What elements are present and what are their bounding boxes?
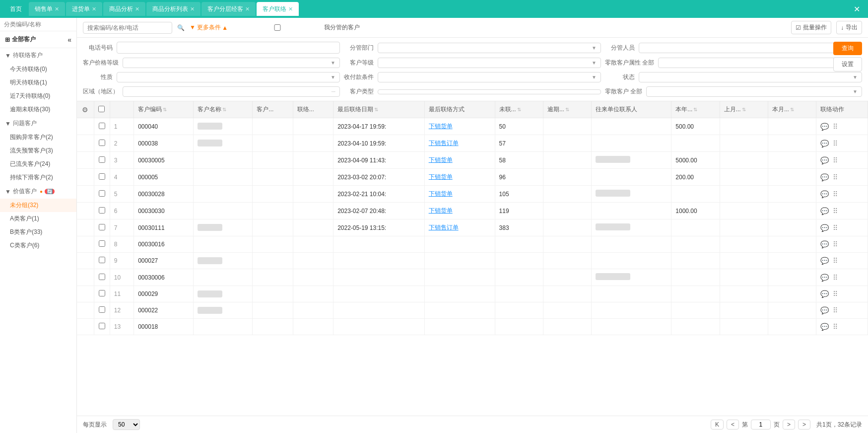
action-grid-icon[interactable]: ⠿ xyxy=(833,274,838,282)
nav-tab-customer-seg-close[interactable]: ✕ xyxy=(245,6,250,12)
filter-nature-select[interactable]: ▼ xyxy=(117,72,340,82)
nav-tab-analysis-list-close[interactable]: ✕ xyxy=(190,6,195,12)
row-checkbox[interactable] xyxy=(99,156,105,163)
section-pending-contact[interactable]: ▼ 待联络客户 xyxy=(0,48,76,63)
row-checkbox[interactable] xyxy=(99,190,105,197)
action-grid-icon[interactable]: ⠿ xyxy=(833,240,838,248)
section-value-customers[interactable]: ▼ 价值客户 ● 🔄 xyxy=(0,184,76,199)
action-chat-icon[interactable]: 💬 xyxy=(820,257,829,265)
sidebar-item-class-b[interactable]: B类客户(33) xyxy=(0,225,76,239)
sidebar-item-abnormal-hoarding[interactable]: 囤购异常客户(2) xyxy=(0,131,76,144)
row-checkbox[interactable] xyxy=(99,323,105,329)
window-close-button[interactable]: ✕ xyxy=(850,4,864,14)
th-code[interactable]: 客户编码⇅ xyxy=(134,101,194,118)
action-chat-icon[interactable]: 💬 xyxy=(820,224,829,232)
th-name[interactable]: 客户名称⇅ xyxy=(193,101,253,118)
action-chat-icon[interactable]: 💬 xyxy=(820,323,829,331)
filter-region-select[interactable]: ··· xyxy=(123,86,340,97)
nav-tab-sale-close[interactable]: ✕ xyxy=(55,6,59,12)
td-checkbox[interactable] xyxy=(94,118,110,135)
td-checkbox[interactable] xyxy=(94,319,110,335)
th-overdue[interactable]: 逾期...⇅ xyxy=(543,101,591,118)
action-chat-icon[interactable]: 💬 xyxy=(820,290,829,298)
select-all-checkbox[interactable] xyxy=(98,106,105,112)
sidebar-item-tomorrow-pending[interactable]: 明天待联络(1) xyxy=(0,76,76,89)
contact-method-link[interactable]: 下销货单 xyxy=(429,156,453,163)
td-checkbox[interactable] xyxy=(94,286,110,302)
filter-retail-customer-select[interactable]: ▼ xyxy=(646,86,862,97)
th-not-contacted[interactable]: 未联...⇅ xyxy=(495,101,543,118)
row-checkbox[interactable] xyxy=(99,207,105,214)
td-checkbox[interactable] xyxy=(94,253,110,269)
th-last-month[interactable]: 上月...⇅ xyxy=(720,101,768,118)
action-chat-icon[interactable]: 💬 xyxy=(820,306,829,314)
th-last-contact-method[interactable]: 最后联络方式 xyxy=(424,101,495,118)
more-conditions-button[interactable]: ▼ 更多条件 ▲ xyxy=(190,23,228,32)
sidebar-item-today-pending[interactable]: 今天待联络(0) xyxy=(0,63,76,76)
my-customers-checkbox[interactable]: 我分管的客户 xyxy=(233,23,360,32)
action-chat-icon[interactable]: 💬 xyxy=(820,156,829,164)
action-grid-icon[interactable]: ⠿ xyxy=(833,207,838,215)
action-chat-icon[interactable]: 💬 xyxy=(820,274,829,282)
action-chat-icon[interactable]: 💬 xyxy=(820,140,829,147)
row-checkbox[interactable] xyxy=(99,306,105,313)
contact-method-link[interactable]: 下销货单 xyxy=(429,123,453,130)
sidebar-search-input[interactable] xyxy=(4,21,77,28)
contact-method-link[interactable]: 下销售订单 xyxy=(429,140,459,146)
first-page-button[interactable]: K xyxy=(711,420,724,430)
filter-customer-type-select[interactable] xyxy=(378,89,601,94)
filter-search-icon[interactable]: 🔍 xyxy=(177,24,185,31)
td-checkbox[interactable] xyxy=(94,135,110,152)
row-checkbox[interactable] xyxy=(99,240,105,247)
row-checkbox[interactable] xyxy=(99,274,105,280)
filter-customer-level-select[interactable]: ▼ xyxy=(378,58,601,68)
row-checkbox[interactable] xyxy=(99,290,105,296)
nav-tab-customer-contact-close[interactable]: ✕ xyxy=(288,6,293,12)
td-checkbox[interactable] xyxy=(94,302,110,319)
th-contact-person[interactable]: 往来单位联系人 xyxy=(592,101,671,118)
nav-tab-purchase-close[interactable]: ✕ xyxy=(92,6,96,12)
nav-tab-customer-contact[interactable]: 客户联络 ✕ xyxy=(257,2,299,16)
action-grid-icon[interactable]: ⠿ xyxy=(833,323,838,331)
my-customers-input[interactable] xyxy=(233,24,322,31)
td-checkbox[interactable] xyxy=(94,186,110,203)
action-grid-icon[interactable]: ⠿ xyxy=(833,190,838,198)
last-page-button[interactable]: > xyxy=(798,420,810,430)
action-grid-icon[interactable]: ⠿ xyxy=(833,156,838,164)
action-grid-icon[interactable]: ⠿ xyxy=(833,224,838,232)
row-checkbox[interactable] xyxy=(99,173,105,180)
sidebar-item-class-c[interactable]: C类客户(6) xyxy=(0,239,76,252)
th-contact[interactable]: 联络... xyxy=(293,101,333,118)
row-checkbox[interactable] xyxy=(99,224,105,230)
action-chat-icon[interactable]: 💬 xyxy=(820,173,829,181)
filter-status-select[interactable]: ▼ xyxy=(639,72,862,82)
action-chat-icon[interactable]: 💬 xyxy=(820,240,829,248)
contact-method-link[interactable]: 下销货单 xyxy=(429,173,453,180)
sidebar-item-class-a[interactable]: A类客户(1) xyxy=(0,212,76,225)
row-checkbox[interactable] xyxy=(99,257,105,263)
action-grid-icon[interactable]: ⠿ xyxy=(833,123,838,131)
next-page-button[interactable]: > xyxy=(783,420,795,430)
search-input[interactable] xyxy=(83,22,172,34)
td-checkbox[interactable] xyxy=(94,152,110,169)
sidebar-item-overdue-contact[interactable]: 逾期未联络(30) xyxy=(0,103,76,116)
th-this-year[interactable]: 本年...⇅ xyxy=(671,101,720,118)
td-checkbox[interactable] xyxy=(94,169,110,186)
nav-tab-analysis-list[interactable]: 商品分析列表 ✕ xyxy=(146,2,200,16)
td-checkbox[interactable] xyxy=(94,236,110,253)
search-button[interactable]: 查询 xyxy=(833,42,862,55)
action-grid-icon[interactable]: ⠿ xyxy=(833,140,838,147)
nav-tab-analysis[interactable]: 商品分析 ✕ xyxy=(103,2,145,16)
per-page-select[interactable]: 50 100 xyxy=(113,419,140,430)
sidebar-collapse-button[interactable]: « xyxy=(67,36,71,44)
action-grid-icon[interactable]: ⠿ xyxy=(833,257,838,265)
contact-method-link[interactable]: 下销货单 xyxy=(429,207,453,214)
contact-method-link[interactable]: 下销货单 xyxy=(429,190,453,197)
nav-tab-analysis-close[interactable]: ✕ xyxy=(135,6,139,12)
filter-phone-input[interactable] xyxy=(117,42,340,54)
td-checkbox[interactable] xyxy=(94,203,110,219)
nav-tab-sale[interactable]: 销售单 ✕ xyxy=(29,2,65,16)
reset-button[interactable]: 设置 xyxy=(833,57,862,72)
action-chat-icon[interactable]: 💬 xyxy=(820,190,829,198)
th-checkbox[interactable] xyxy=(94,101,110,118)
